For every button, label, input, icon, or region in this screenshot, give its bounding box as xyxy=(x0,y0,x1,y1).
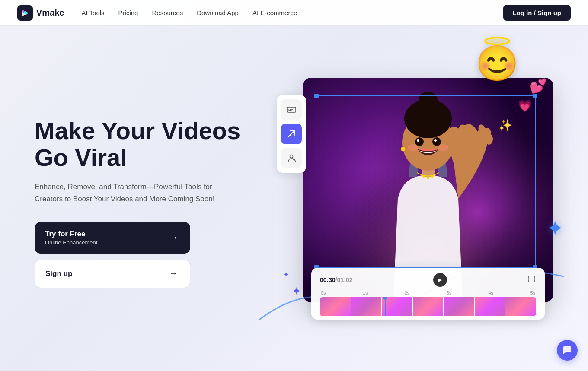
selection-handle-tl xyxy=(314,94,319,98)
blue-star-decoration: ✦ xyxy=(546,216,564,241)
hero-title-line2: Go Viral xyxy=(35,144,127,171)
logo-icon xyxy=(17,5,33,21)
halo-ring xyxy=(484,37,510,45)
svg-point-6 xyxy=(290,155,293,158)
heart-emoji-2: 💗 xyxy=(518,99,532,113)
time-total: /01:02 xyxy=(336,276,353,283)
try-free-sub-label: Online Enhancement xyxy=(45,239,97,246)
hd-tool-button[interactable]: HD xyxy=(281,99,302,120)
hero-title: Make Your Videos Go Viral xyxy=(35,117,259,171)
player-time: 00:30/01:02 xyxy=(320,276,353,283)
hero-buttons: Try for Free Online Enhancement → Sign u… xyxy=(35,222,190,288)
signup-button[interactable]: Sign up → xyxy=(35,260,190,288)
logo-text: Vmake xyxy=(36,8,64,18)
navbar: Vmake AI Tools Pricing Resources Downloa… xyxy=(0,0,588,26)
nav-download-app[interactable]: Download App xyxy=(197,9,239,16)
svg-text:HD: HD xyxy=(288,108,294,112)
chat-bubble-button[interactable] xyxy=(557,340,578,361)
video-timeline[interactable]: 0s · 1s · 2s · 3s · 4s · 5s xyxy=(320,290,536,316)
timeline-ruler: 0s · 1s · 2s · 3s · 4s · 5s xyxy=(320,290,536,295)
timeline-playhead[interactable] xyxy=(385,297,386,316)
try-free-arrow: → xyxy=(168,231,180,244)
video-player-bar: 00:30/01:02 ▶ 0s · 1s · 2s xyxy=(311,268,545,320)
login-signup-button[interactable]: Log in / Sign up xyxy=(503,5,571,21)
try-free-label: Try for Free xyxy=(45,230,97,238)
hero-section: Make Your Videos Go Viral Enhance, Remov… xyxy=(0,0,588,371)
hero-right: HD xyxy=(277,52,553,354)
nav-ai-tools[interactable]: AI Tools xyxy=(82,9,105,16)
try-free-button[interactable]: Try for Free Online Enhancement → xyxy=(35,222,190,254)
logo[interactable]: Vmake xyxy=(17,5,64,21)
nav-links: AI Tools Pricing Resources Download App … xyxy=(82,9,297,17)
sparkle-emoji: ✨ xyxy=(499,119,512,132)
hero-title-line1: Make Your Videos xyxy=(35,117,240,144)
play-button[interactable]: ▶ xyxy=(433,273,447,287)
fullscreen-button[interactable] xyxy=(527,275,536,285)
hero-subtitle: Enhance, Remove, and Transform—Powerful … xyxy=(35,181,216,204)
person-tool-button[interactable] xyxy=(281,148,302,168)
signup-label: Sign up xyxy=(45,270,72,278)
hero-left: Make Your Videos Go Viral Enhance, Remov… xyxy=(35,117,259,288)
nav-ai-ecommerce[interactable]: AI E-commerce xyxy=(252,9,297,16)
enhance-tool-button[interactable] xyxy=(281,124,302,144)
nav-resources[interactable]: Resources xyxy=(152,9,183,16)
timeline-track[interactable] xyxy=(320,297,536,316)
heart-emoji-1: 💕 xyxy=(530,78,547,94)
selection-handle-tr xyxy=(533,94,537,98)
tool-panel: HD xyxy=(277,95,306,173)
sparkle-decoration-1: ✦ xyxy=(292,285,301,298)
signup-arrow: → xyxy=(167,268,179,280)
halo-emoji: 😊 xyxy=(476,43,519,84)
nav-pricing[interactable]: Pricing xyxy=(118,9,138,16)
sparkle-decoration-2: ✦ xyxy=(283,270,289,279)
player-controls: 00:30/01:02 ▶ xyxy=(320,273,536,287)
time-current: 00:30 xyxy=(320,276,336,283)
